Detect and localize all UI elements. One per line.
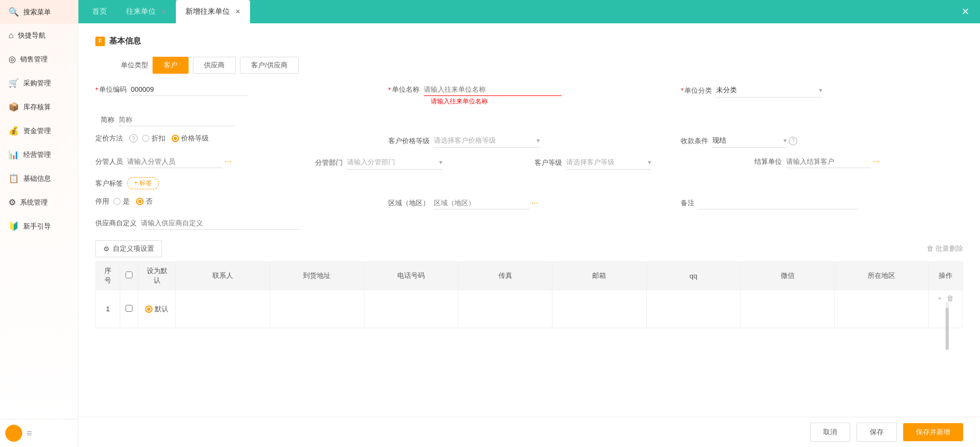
manager-label: 分管人员 (95, 157, 123, 166)
form-col-tags: 客户标签 + 标签 (95, 177, 963, 189)
col-header-seq: 序号 (96, 262, 120, 290)
settlement-label: 结算单位 (754, 157, 782, 166)
phone-input[interactable] (370, 305, 453, 313)
form-row-tags: 客户标签 + 标签 (95, 177, 963, 189)
footer: 取消 保存 保存并新增 (78, 417, 980, 447)
save-new-button[interactable]: 保存并新增 (903, 423, 963, 441)
payment-select[interactable]: 现结 ▾ (712, 134, 787, 148)
sidebar-search[interactable]: 🔍 搜索菜单 (0, 0, 78, 24)
type-both-btn[interactable]: 客户/供应商 (240, 57, 299, 74)
type-customer-btn[interactable]: 客户 (153, 57, 189, 74)
close-partners-tab[interactable]: ✕ (161, 8, 166, 15)
disabled-yes-option[interactable]: 是 (113, 197, 130, 206)
close-all-tabs[interactable]: ✕ (955, 6, 976, 17)
code-input[interactable] (131, 83, 247, 96)
sidebar-item-system[interactable]: ⚙ 系统管理 (0, 190, 78, 214)
cell-region (834, 290, 929, 328)
disabled-yes-radio[interactable] (113, 198, 121, 205)
form-col-settlement: 结算单位 ··· (754, 155, 964, 168)
save-button[interactable]: 保存 (857, 423, 897, 442)
customer-level-select[interactable]: 请选择客户等级 ▾ (566, 155, 651, 170)
category-select[interactable]: 未分类 ▾ (716, 83, 822, 98)
sidebar-bottom: ≡ (0, 419, 78, 447)
sidebar-item-finance[interactable]: 💰 资金管理 (0, 119, 78, 143)
form-col-manager: 分管人员 ··· (95, 155, 305, 168)
operations-icon: 📊 (8, 150, 19, 160)
batch-delete-btn[interactable]: 🗑 批量删除 (926, 244, 963, 253)
col-header-fax: 传真 (458, 262, 553, 290)
pricing-level-option[interactable]: 价格等级 (172, 134, 209, 143)
customer-level-arrow-icon: ▾ (648, 159, 651, 166)
row-checkbox[interactable] (126, 305, 132, 312)
table-row: 1 默认 (96, 290, 963, 328)
discount-radio[interactable] (142, 135, 149, 142)
payment-help-icon[interactable]: ? (789, 137, 797, 145)
sidebar-item-sales[interactable]: ◎ 销售管理 (0, 47, 78, 71)
form-row-4: 分管人员 ··· 分管部门 请输入分管部门 ▾ 客户等级 请选择客户等级 ▾ 结… (95, 155, 963, 170)
wechat-input[interactable] (746, 305, 829, 313)
default-radio[interactable] (145, 305, 153, 313)
sidebar-item-basic-info[interactable]: 📋 基础信息 (0, 166, 78, 190)
disabled-no-option[interactable]: 否 (136, 197, 153, 206)
name-input[interactable] (424, 83, 562, 96)
pricing-discount-option[interactable]: 折扣 (142, 134, 165, 143)
type-supplier-btn[interactable]: 供应商 (193, 57, 236, 74)
region-label: 区域（地区） (388, 198, 430, 208)
disabled-no-radio[interactable] (136, 198, 144, 205)
region-col-input[interactable] (840, 305, 923, 313)
form-row-supplier-custom: 供应商自定义 (95, 217, 963, 230)
email-input[interactable] (558, 305, 641, 313)
supplier-custom-input[interactable] (141, 217, 300, 230)
form-col-remark: 备注 (681, 197, 963, 209)
form-row-6: 停用 是 否 区域（地区） ··· 备注 (95, 197, 963, 209)
settlement-input[interactable] (786, 155, 871, 168)
col-header-phone: 电话号码 (364, 262, 458, 290)
form-col-name: * 单位名称 请输入往来单位名称 (388, 83, 671, 106)
manager-more-btn[interactable]: ··· (222, 157, 234, 166)
search-icon: 🔍 (8, 7, 19, 17)
contact-input[interactable] (181, 305, 264, 313)
tab-new-partner[interactable]: 新增往来单位 ✕ (176, 0, 250, 23)
sidebar-item-purchase[interactable]: 🛒 采购管理 (0, 71, 78, 95)
short-name-label: 简称 (101, 115, 114, 125)
short-name-input[interactable] (119, 113, 235, 126)
basic-info-icon: 📋 (8, 173, 19, 183)
custom-settings-btn[interactable]: ⚙ 自定义项设置 (95, 240, 162, 257)
tab-bar: 首页 往来单位 ✕ 新增往来单位 ✕ ✕ (78, 0, 980, 23)
manager-input[interactable] (127, 155, 222, 168)
settings-icon: ⚙ (103, 245, 110, 253)
sidebar-item-quick-nav[interactable]: ⌂ 快捷导航 (0, 24, 78, 47)
default-radio-item[interactable]: 默认 (144, 304, 170, 314)
select-all-checkbox[interactable] (126, 271, 132, 278)
fax-input[interactable] (464, 305, 547, 313)
unit-type-row: 单位类型 客户 供应商 客户/供应商 (95, 57, 963, 74)
remark-input[interactable] (699, 197, 858, 209)
qq-input[interactable] (652, 305, 735, 313)
dept-select[interactable]: 请输入分管部门 ▾ (347, 155, 442, 170)
sidebar-item-operations[interactable]: 📊 经营管理 (0, 143, 78, 166)
pricing-help-icon[interactable]: ? (129, 134, 138, 143)
close-new-partner-tab[interactable]: ✕ (235, 8, 240, 15)
cell-action: + 🗑 (929, 290, 963, 328)
price-level-radio[interactable] (172, 135, 179, 142)
sidebar-item-inventory[interactable]: 📦 库存核算 (0, 95, 78, 119)
cell-wechat (741, 290, 835, 328)
region-more-btn[interactable]: ··· (529, 198, 540, 208)
price-level-select[interactable]: 请选择客户价格等级 ▾ (434, 134, 540, 148)
add-tag-btn[interactable]: + 标签 (127, 177, 159, 189)
row-add-btn[interactable]: + (938, 294, 942, 302)
address-input[interactable] (275, 305, 359, 313)
cancel-button[interactable]: 取消 (810, 423, 850, 442)
sidebar-item-guide[interactable]: 🔰 新手引导 (0, 214, 78, 238)
code-label: 单位编码 (99, 85, 127, 94)
settlement-more-btn[interactable]: ··· (871, 157, 882, 166)
cell-contact (176, 290, 270, 328)
col-header-address: 到货地址 (270, 262, 364, 290)
form-col-region: 区域（地区） ··· (388, 197, 671, 209)
row-delete-btn[interactable]: 🗑 (947, 294, 954, 302)
tab-partners[interactable]: 往来单位 ✕ (117, 0, 176, 23)
region-input[interactable] (434, 197, 529, 209)
sidebar-bottom-icon: ≡ (26, 428, 32, 439)
form-col-payment: 收款条件 现结 ▾ ? (681, 134, 963, 148)
tab-home[interactable]: 首页 (83, 0, 117, 23)
